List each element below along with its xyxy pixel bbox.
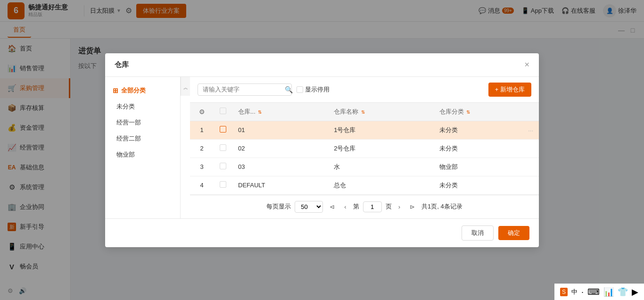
prev-page-btn[interactable]: ‹ [341,202,349,211]
row-category: 物业部 [434,158,539,176]
show-disabled-toggle[interactable]: 显示停用 [297,85,330,94]
modal-footer: 取消 确定 [105,218,539,247]
tree-all-categories[interactable]: ⊞ 全部分类 [105,83,180,99]
col-header-name: 仓库名称 ⇅ [328,103,433,121]
sort-code-icon[interactable]: ⇅ [258,109,262,115]
category-tree: ⊞ 全部分类 未分类 经营一部 经营二部 物业部 [105,77,181,218]
row-checkbox[interactable] [220,126,226,133]
modal-overlay: 仓库 × ⊞ 全部分类 未分类 经营一部 经营二部 物业部 《 [0,0,644,300]
col-header-category: 仓库分类 ⇅ [434,103,539,121]
col-category-label: 仓库分类 [439,108,464,115]
search-box: 🔍 [198,83,292,96]
modal-title: 仓库 [115,60,129,69]
row-checkbox-cell[interactable] [214,139,232,158]
add-warehouse-btn[interactable]: + 新增仓库 [488,83,531,97]
grid-icon: ⊞ [113,87,118,94]
status-icon-chart[interactable]: 📊 [603,287,614,297]
table-panel: 🔍 显示停用 + 新增仓库 ⚙ [190,77,539,218]
sort-name-icon[interactable]: ⇅ [361,109,365,115]
row-checkbox-cell[interactable] [214,121,232,139]
row-code: 03 [232,158,328,176]
row-checkbox[interactable] [220,144,226,151]
show-disabled-checkbox[interactable] [297,86,303,93]
row-checkbox-cell[interactable] [214,158,232,176]
page-label: 第 [353,202,359,211]
col-header-settings[interactable]: ⚙ [190,103,214,121]
page-input[interactable] [363,201,382,212]
search-input[interactable] [203,86,282,93]
row-code: 01 [232,121,328,139]
per-page-select[interactable]: 50 20 100 [295,201,323,213]
row-checkbox[interactable] [220,163,226,169]
tree-item-unclassified[interactable]: 未分类 [105,99,180,115]
row-number: 4 [190,176,214,194]
modal-body: ⊞ 全部分类 未分类 经营一部 经营二部 物业部 《 🔍 [105,77,539,218]
status-icon-zh[interactable]: 中 [571,288,578,296]
table-row[interactable]: 2 02 2号仓库 未分类 [190,139,539,158]
row-name: 总仓 [328,176,433,194]
row-name: 水 [328,158,433,176]
row-name: 1号仓库 [328,121,433,139]
row-number: 1 [190,121,214,139]
row-code: DEFAULT [232,176,328,194]
next-page-btn[interactable]: › [396,202,403,211]
statusbar: S 中 · ⌨ 📊 👕 ▶ [554,283,644,300]
row-number: 2 [190,139,214,158]
row-name: 2号仓库 [328,139,433,158]
row-checkbox[interactable] [220,181,226,188]
per-page-label: 每页显示 [266,202,291,211]
status-icon-keyboard[interactable]: ⌨ [587,287,600,297]
row-category: 未分类 ··· [434,121,539,139]
table-row[interactable]: 3 03 水 物业部 [190,158,539,176]
last-page-btn[interactable]: ⊳ [407,202,418,211]
col-header-code: 仓库... ⇅ [232,103,328,121]
pagination: 每页显示 50 20 100 ⊲ ‹ 第 页 › ⊳ 共1页, 4条记录 [190,195,539,218]
tree-item-dept1[interactable]: 经营一部 [105,115,180,131]
col-code-label: 仓库... [238,108,256,115]
col-header-check[interactable] [214,103,232,121]
column-settings-icon[interactable]: ⚙ [199,108,205,116]
search-icon[interactable]: 🔍 [285,86,293,93]
tree-all-label: 全部分类 [121,86,146,95]
sort-category-icon[interactable]: ⇅ [466,109,470,115]
cancel-button[interactable]: 取消 [462,225,494,241]
total-info: 共1页, 4条记录 [421,202,462,211]
modal-header: 仓库 × [105,53,539,77]
warehouse-modal: 仓库 × ⊞ 全部分类 未分类 经营一部 经营二部 物业部 《 [105,53,539,247]
row-category: 未分类 [434,176,539,194]
modal-close-btn[interactable]: × [524,60,529,70]
status-icon-zhong[interactable]: S [560,288,568,296]
row-number: 3 [190,158,214,176]
tree-item-property[interactable]: 物业部 [105,147,180,163]
select-all-checkbox[interactable] [220,108,226,114]
col-name-label: 仓库名称 [334,108,358,115]
table-row[interactable]: 4 DEFAULT 总仓 未分类 [190,176,539,194]
table-row[interactable]: 1 01 1号仓库 未分类 ··· [190,121,539,139]
confirm-button[interactable]: 确定 [498,226,529,240]
status-icon-dot[interactable]: · [581,287,584,297]
page-unit: 页 [386,202,392,211]
row-category: 未分类 [434,139,539,158]
first-page-btn[interactable]: ⊲ [327,202,338,211]
row-menu-icon[interactable]: ··· [528,126,533,133]
table-toolbar: 🔍 显示停用 + 新增仓库 [190,77,539,103]
warehouse-table: ⚙ 仓库... ⇅ 仓库名称 [190,103,539,195]
status-icon-shirt[interactable]: 👕 [618,287,628,297]
status-icon-game[interactable]: ▶ [632,287,638,297]
row-checkbox-cell[interactable] [214,176,232,194]
tree-item-dept2[interactable]: 经营二部 [105,131,180,147]
show-disabled-label: 显示停用 [305,85,330,94]
collapse-tree-btn[interactable]: 《 [181,77,190,96]
row-code: 02 [232,139,328,158]
